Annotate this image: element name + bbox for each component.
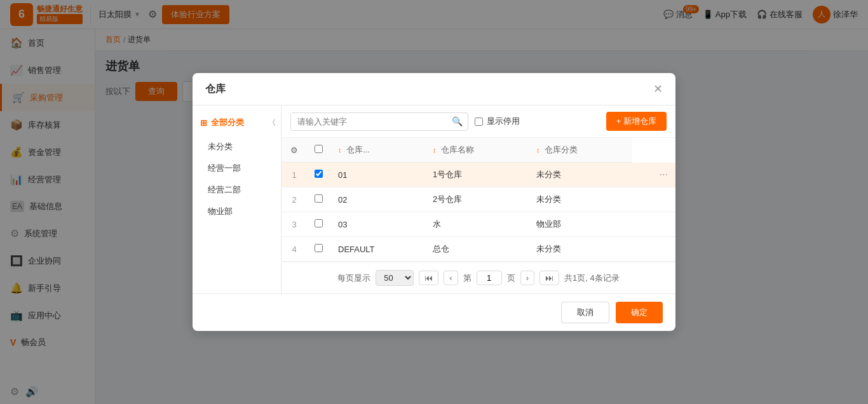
- modal-sidebar-item-ops1[interactable]: 经营一部: [193, 158, 281, 179]
- row-num-3: 3: [281, 212, 307, 237]
- modal-search-box[interactable]: 🔍: [290, 112, 468, 131]
- modal-pagination: 每页显示 50 20 100 ⏮ ‹ 第 页 › ⏭ 共1页, 4条记录: [281, 262, 675, 293]
- th-warehouse-category: ↕ 仓库分类: [529, 138, 632, 163]
- warehouse-modal: 仓库 ✕ ⊞ 全部分类 《 未分类 经营一部 经营二部 物业部: [193, 73, 675, 331]
- total-info: 共1页, 4条记录: [564, 273, 620, 284]
- row-name-2: 2号仓库: [425, 187, 529, 212]
- per-page-label: 每页显示: [337, 273, 370, 284]
- grid-icon: ⊞: [200, 118, 207, 128]
- modal-footer: 取消 确定: [193, 293, 675, 331]
- add-warehouse-button[interactable]: + 新增仓库: [606, 112, 667, 131]
- th-gear[interactable]: ⚙: [281, 138, 307, 163]
- show-disabled-text: 显示停用: [487, 116, 520, 127]
- th-warehouse-code: ↕ 仓库...: [330, 138, 425, 163]
- confirm-button[interactable]: 确定: [616, 302, 663, 323]
- row-category-1: 未分类: [529, 163, 632, 187]
- row-code-3: 03: [330, 212, 425, 237]
- modal-table: ⚙ ↕ 仓库... ↕ 仓库名称: [281, 138, 675, 262]
- table-body: 1 01 1号仓库 未分类 ··· 2 02 2: [281, 163, 675, 262]
- page-label: 第: [463, 273, 471, 284]
- sort-icon-category: ↕: [536, 146, 540, 154]
- modal-sidebar-item-property[interactable]: 物业部: [193, 201, 281, 222]
- row-code-4: DEFAULT: [330, 237, 425, 262]
- row-checkbox-4[interactable]: [315, 244, 323, 252]
- page-input[interactable]: [477, 271, 502, 285]
- pagination-next-button[interactable]: ›: [520, 271, 534, 285]
- per-page-select[interactable]: 50 20 100: [376, 270, 414, 286]
- row-check-1[interactable]: [307, 163, 330, 187]
- row-num-2: 2: [281, 187, 307, 212]
- show-disabled-label[interactable]: 显示停用: [475, 116, 520, 127]
- row-category-4: 未分类: [529, 237, 632, 262]
- row-checkbox-2[interactable]: [315, 194, 323, 203]
- page-unit: 页: [507, 273, 515, 284]
- th-warehouse-name: ↕ 仓库名称: [425, 138, 529, 163]
- modal-title: 仓库: [205, 83, 226, 96]
- table-row[interactable]: 3 03 水 物业部: [281, 212, 675, 237]
- row-num-4: 4: [281, 237, 307, 262]
- modal-body: ⊞ 全部分类 《 未分类 经营一部 经营二部 物业部 🔍: [193, 105, 675, 293]
- modal-sidebar-collapse-button[interactable]: 《: [266, 115, 278, 131]
- row-checkbox-1[interactable]: [315, 170, 323, 178]
- select-all-checkbox[interactable]: [315, 145, 323, 153]
- pagination-first-button[interactable]: ⏮: [419, 271, 438, 285]
- row-check-3[interactable]: [307, 212, 330, 237]
- row-name-3: 水: [425, 212, 529, 237]
- modal-sidebar-all-categories[interactable]: ⊞ 全部分类: [193, 112, 252, 133]
- modal-sidebar: ⊞ 全部分类 《 未分类 经营一部 经营二部 物业部: [193, 105, 281, 293]
- modal-close-button[interactable]: ✕: [653, 82, 663, 96]
- row-actions-3[interactable]: [632, 212, 675, 237]
- search-input[interactable]: [291, 113, 447, 130]
- modal-sidebar-item-ops2[interactable]: 经营二部: [193, 179, 281, 201]
- row-category-3: 物业部: [529, 212, 632, 237]
- show-disabled-checkbox[interactable]: [475, 118, 483, 126]
- table-header: ⚙ ↕ 仓库... ↕ 仓库名称: [281, 138, 675, 163]
- cancel-button[interactable]: 取消: [561, 302, 609, 323]
- warehouse-table: ⚙ ↕ 仓库... ↕ 仓库名称: [281, 138, 675, 262]
- modal-toolbar: 🔍 显示停用 + 新增仓库: [281, 105, 675, 138]
- modal-sidebar-item-uncategorized[interactable]: 未分类: [193, 136, 281, 158]
- row-check-2[interactable]: [307, 187, 330, 212]
- row-check-4[interactable]: [307, 237, 330, 262]
- row-code-1: 01: [330, 163, 425, 187]
- modal-header: 仓库 ✕: [193, 73, 675, 105]
- row-name-1: 1号仓库: [425, 163, 529, 187]
- modal-overlay: 仓库 ✕ ⊞ 全部分类 《 未分类 经营一部 经营二部 物业部: [0, 0, 868, 404]
- table-row[interactable]: 4 DEFAULT 总仓 未分类: [281, 237, 675, 262]
- row-actions-2[interactable]: [632, 187, 675, 212]
- table-row[interactable]: 1 01 1号仓库 未分类 ···: [281, 163, 675, 187]
- sort-icon-name: ↕: [433, 146, 437, 154]
- pagination-prev-button[interactable]: ‹: [444, 271, 458, 285]
- row-category-2: 未分类: [529, 187, 632, 212]
- modal-sidebar-all-label: 全部分类: [211, 117, 244, 128]
- modal-content-area: 🔍 显示停用 + 新增仓库 ⚙: [281, 105, 675, 293]
- row-actions-4[interactable]: [632, 237, 675, 262]
- search-icon: 🔍: [447, 116, 468, 126]
- sort-icon-code: ↕: [338, 146, 342, 154]
- row-num-1: 1: [281, 163, 307, 187]
- row-actions-1[interactable]: ···: [632, 163, 675, 187]
- row-code-2: 02: [330, 187, 425, 212]
- row-checkbox-3[interactable]: [315, 219, 323, 227]
- table-row[interactable]: 2 02 2号仓库 未分类: [281, 187, 675, 212]
- row-name-4: 总仓: [425, 237, 529, 262]
- pagination-last-button[interactable]: ⏭: [539, 271, 559, 285]
- th-check[interactable]: [307, 138, 330, 163]
